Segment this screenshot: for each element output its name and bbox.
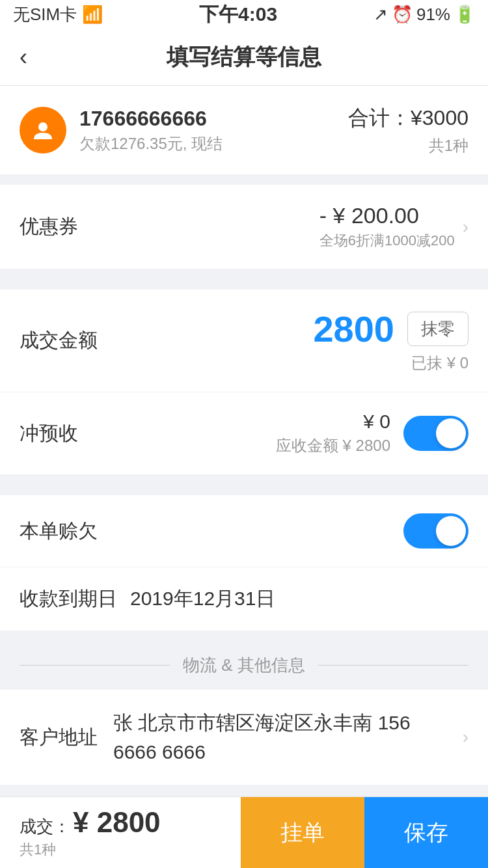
logistics-text: 物流 & 其他信息: [183, 654, 305, 677]
coupon-info: - ¥ 200.00 全场6折满1000减200: [319, 203, 455, 251]
duedate-value: 2019年12月31日: [130, 586, 275, 612]
duedate-row: 收款到期日 2019年12月31日: [0, 567, 488, 631]
save-button[interactable]: 保存: [364, 797, 488, 869]
wifi-icon: 📶: [82, 5, 103, 25]
network-status: 无SIM卡: [13, 3, 77, 26]
coupon-description: 全场6折满1000减200: [319, 231, 455, 251]
amount-controls: 2800 抹零: [313, 308, 468, 350]
chevron-right-icon: ›: [463, 217, 468, 237]
nav-bar: ‹ 填写结算等信息: [0, 29, 488, 86]
transaction-amount-sub: 已抹 ¥ 0: [411, 353, 468, 373]
precharge-amount-block: ¥ 0 应收金额 ¥ 2800: [276, 411, 390, 456]
footer-summary-label: 成交：: [20, 815, 70, 838]
coupon-row[interactable]: 优惠券 - ¥ 200.00 全场6折满1000减200 ›: [0, 185, 488, 269]
bottom-footer: 成交： ¥ 2800 共1种 挂单 保存: [0, 796, 488, 868]
transaction-amount-row: 成交金额 2800 抹零 已抹 ¥ 0: [0, 290, 488, 392]
content: 17666666666 欠款1276.35元, 现结 合计：¥3000 共1种 …: [0, 86, 488, 868]
precharge-toggle[interactable]: [403, 416, 468, 451]
precharge-amount: ¥ 0: [276, 411, 390, 433]
precharge-subtext: 应收金额 ¥ 2800: [276, 435, 390, 456]
customer-total: 合计：¥3000 共1种: [348, 104, 468, 156]
customer-card: 17666666666 欠款1276.35元, 现结 合计：¥3000 共1种: [0, 86, 488, 174]
battery-percent: 91%: [416, 5, 450, 25]
coupon-right: - ¥ 200.00 全场6折满1000减200 ›: [319, 203, 468, 251]
customer-subtext: 欠款1276.35元, 现结: [79, 133, 223, 154]
logistics-divider: 物流 & 其他信息: [0, 641, 488, 690]
coupon-label: 优惠券: [20, 213, 78, 240]
footer-summary: 成交： ¥ 2800 共1种: [0, 806, 241, 860]
transaction-amount-label: 成交金额: [20, 327, 98, 354]
transaction-amount-right: 2800 抹零 已抹 ¥ 0: [313, 308, 468, 373]
section-divider-1: [0, 279, 488, 290]
precharge-row: 冲预收 ¥ 0 应收金额 ¥ 2800: [0, 392, 488, 474]
status-right: ↗ ⏰ 91% 🔋: [373, 5, 475, 25]
duedate-label: 收款到期日: [20, 586, 117, 612]
precharge-right: ¥ 0 应收金额 ¥ 2800: [276, 411, 468, 456]
pending-button[interactable]: 挂单: [241, 797, 364, 869]
total-count: 共1种: [348, 135, 468, 156]
status-left: 无SIM卡 📶: [13, 3, 103, 26]
customer-phone: 17666666666: [79, 107, 223, 131]
battery-icon: 🔋: [454, 5, 475, 25]
credit-toggle[interactable]: [403, 513, 468, 549]
page-title: 填写结算等信息: [167, 42, 321, 72]
alarm-icon: ⏰: [392, 5, 413, 25]
back-button[interactable]: ‹: [20, 44, 27, 71]
footer-summary-amount: ¥ 2800: [73, 806, 161, 839]
address-label: 客户地址: [20, 724, 98, 751]
address-row[interactable]: 客户地址 张 北京市市辖区海淀区永丰南 156 6666 6666 ›: [0, 690, 488, 785]
round-zero-button[interactable]: 抹零: [407, 312, 468, 346]
precharge-label: 冲预收: [20, 420, 78, 447]
avatar: [20, 107, 66, 154]
address-value: 张 北京市市辖区海淀区永丰南 156 6666 6666: [113, 708, 455, 766]
svg-point-0: [38, 122, 47, 131]
logistics-line-left: [20, 665, 170, 666]
credit-label: 本单赊欠: [20, 518, 98, 545]
status-bar: 无SIM卡 📶 下午4:03 ↗ ⏰ 91% 🔋: [0, 0, 488, 29]
logistics-line-right: [318, 665, 468, 666]
credit-row: 本单赊欠: [0, 495, 488, 567]
footer-count: 共1种: [20, 840, 221, 860]
footer-total-line: 成交： ¥ 2800: [20, 806, 221, 839]
location-icon: ↗: [373, 5, 388, 25]
total-amount: 合计：¥3000: [348, 104, 468, 133]
section-divider-2: [0, 474, 488, 485]
customer-info: 17666666666 欠款1276.35元, 现结: [20, 107, 223, 154]
address-chevron-icon: ›: [463, 727, 468, 748]
customer-details: 17666666666 欠款1276.35元, 现结: [79, 107, 223, 154]
coupon-discount: - ¥ 200.00: [319, 203, 455, 228]
transaction-amount-value: 2800: [313, 308, 394, 350]
status-time: 下午4:03: [199, 1, 277, 28]
